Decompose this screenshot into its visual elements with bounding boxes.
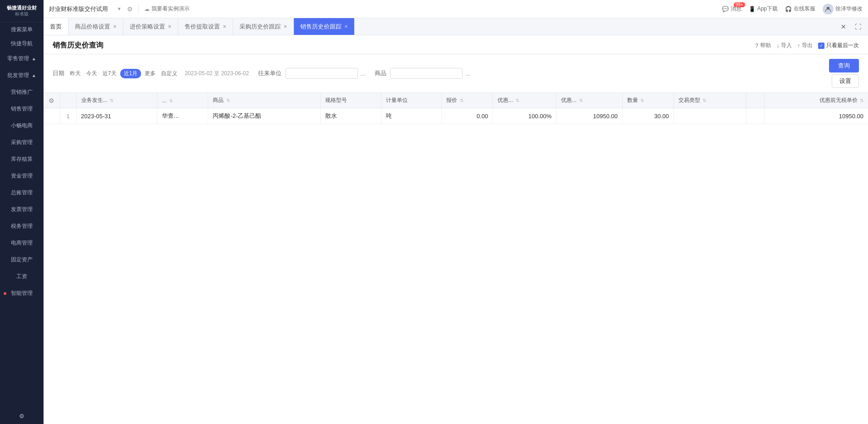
td-more: 华查... bbox=[157, 108, 208, 124]
date-options: 昨天 今天 近7天 近1月 更多 自定义 bbox=[68, 69, 179, 78]
table-row: 1 2023-05-31 华查... 丙烯酸-2-乙基己酯 散水 吨 0.00 … bbox=[44, 108, 868, 124]
topbar-module-name: 好业财标准版交付试用 bbox=[49, 5, 114, 13]
filter-right-actions: 查询 设置 bbox=[829, 59, 859, 88]
th-qty[interactable]: 数量 ⇅ bbox=[623, 93, 674, 108]
help-btn[interactable]: ? 帮助 bbox=[755, 42, 771, 49]
topbar-demo-icon: ☁ bbox=[144, 6, 150, 12]
tab-expand-btn[interactable]: ⛶ bbox=[852, 20, 864, 33]
customer-dots-btn[interactable]: ... bbox=[361, 70, 366, 77]
th-biz-date[interactable]: 业务发生... ⇅ bbox=[76, 93, 157, 108]
filter-product-input-group: ... bbox=[390, 68, 471, 79]
tab-home[interactable]: 首页 bbox=[44, 18, 68, 35]
topbar-service-btn[interactable]: 🎧 在线客服 bbox=[785, 5, 815, 13]
date-opt-custom[interactable]: 自定义 bbox=[159, 69, 179, 78]
data-table: ⚙ 业务发生... ⇅ ... ⇅ 商品 ⇅ bbox=[44, 93, 868, 124]
sidebar-item-arrow: ▲ bbox=[32, 56, 36, 61]
th-biz-date-label: 业务发生... bbox=[81, 97, 107, 103]
topbar-gear-icon[interactable]: ⚙ bbox=[127, 5, 133, 13]
th-num bbox=[60, 93, 76, 108]
sidebar-item-retail[interactable]: 零售管理 ▲ bbox=[0, 50, 44, 67]
th-more-label: ... bbox=[162, 97, 166, 104]
th-discount1[interactable]: 优惠... ⇅ bbox=[493, 93, 556, 108]
th-unit[interactable]: 计量单位 bbox=[381, 93, 442, 108]
th-qty-label: 数量 bbox=[627, 97, 638, 103]
message-badge: 99+ bbox=[734, 2, 745, 7]
sidebar-item-inventory[interactable]: 库存核算 bbox=[0, 151, 44, 168]
sidebar-item-salary[interactable]: 工资 bbox=[0, 268, 44, 285]
filter-date-label: 日期 bbox=[53, 69, 64, 77]
tab-purchase-history[interactable]: 采购历史价跟踪 ✕ bbox=[233, 18, 294, 35]
topbar-app-label: App下载 bbox=[757, 5, 778, 13]
date-opt-last1month[interactable]: 近1月 bbox=[120, 69, 141, 78]
filter-product-input[interactable] bbox=[390, 68, 463, 79]
sidebar-item-finance[interactable]: 资金管理 bbox=[0, 168, 44, 184]
topbar-service-label: 在线客服 bbox=[794, 5, 815, 13]
td-price: 0.00 bbox=[442, 108, 493, 124]
tab-purchase-strategy[interactable]: 进价策略设置 ✕ bbox=[123, 18, 178, 35]
only-last-checkbox[interactable]: ✓ 只看最后一次 bbox=[818, 42, 859, 49]
sidebar-item-wholesale[interactable]: 批发管理 ▲ bbox=[0, 67, 44, 84]
product-dots-btn[interactable]: ... bbox=[465, 70, 471, 77]
topbar-demo-link[interactable]: ☁ 我要看实例演示 bbox=[144, 5, 190, 13]
content-area: 销售历史价查询 ? 帮助 ↓ 导入 ↑ 导出 ✓ 只 bbox=[44, 35, 868, 424]
filter-customer-label: 往来单位 bbox=[258, 69, 282, 77]
tab-sales-history[interactable]: 销售历史价跟踪 ✕ bbox=[294, 18, 355, 35]
settings-button[interactable]: 设置 bbox=[832, 74, 859, 88]
sidebar-item-tax[interactable]: 税务管理 bbox=[0, 218, 44, 235]
topbar-message-btn[interactable]: 💬 消息 99+ bbox=[722, 5, 741, 13]
tab-bar: 首页 商品价格设置 ✕ 进价策略设置 ✕ 售价提取设置 ✕ 采购历史价跟踪 ✕ … bbox=[44, 18, 868, 35]
export-icon: ↑ bbox=[797, 43, 800, 49]
tab-purchase-strategy-label: 进价策略设置 bbox=[130, 23, 165, 31]
sidebar-settings-icon[interactable]: ⚙ bbox=[0, 408, 44, 424]
th-discount2[interactable]: 优惠... ⇅ bbox=[556, 93, 623, 108]
topbar-module-selector[interactable]: 好业财标准版交付试用 ▼ bbox=[49, 5, 122, 13]
sidebar-item-marketing[interactable]: 营销推广 bbox=[0, 84, 44, 101]
sidebar-item-sales[interactable]: 销售管理 bbox=[0, 101, 44, 117]
td-spacer bbox=[746, 108, 765, 124]
td-pretax-price: 10950.00 bbox=[765, 108, 868, 124]
date-opt-yesterday[interactable]: 昨天 bbox=[68, 69, 83, 78]
sidebar-item-invoice[interactable]: 发票管理 bbox=[0, 201, 44, 218]
sidebar-search[interactable]: 搜索菜单 bbox=[0, 22, 44, 37]
sidebar-item-ledger[interactable]: 总账管理 bbox=[0, 184, 44, 201]
tab-close-icon[interactable]: ✕ bbox=[283, 24, 287, 29]
import-btn[interactable]: ↓ 导入 bbox=[776, 42, 792, 49]
topbar-app-btn[interactable]: 📱 App下载 bbox=[749, 5, 778, 13]
sidebar-item-label: 总账管理 bbox=[11, 189, 33, 196]
tab-price-extract-label: 售价提取设置 bbox=[185, 23, 220, 31]
message-icon: 💬 bbox=[722, 6, 729, 12]
th-trans-type[interactable]: 交易类型 ⇅ bbox=[674, 93, 746, 108]
filter-customer-input[interactable] bbox=[285, 68, 358, 79]
tab-price-extract[interactable]: 售价提取设置 ✕ bbox=[178, 18, 233, 35]
sidebar-item-assets[interactable]: 固定资产 bbox=[0, 251, 44, 268]
th-product[interactable]: 商品 ⇅ bbox=[208, 93, 321, 108]
th-pretax-price[interactable]: 优惠前无税单价 ⇅ bbox=[765, 93, 868, 108]
sidebar-item-smart[interactable]: 智能管理 bbox=[0, 285, 44, 302]
tab-close-icon[interactable]: ✕ bbox=[168, 24, 171, 29]
export-btn[interactable]: ↑ 导出 bbox=[797, 42, 813, 49]
sidebar-item-label: 税务管理 bbox=[11, 223, 33, 229]
tab-close-icon[interactable]: ✕ bbox=[223, 24, 226, 29]
tab-product-price[interactable]: 商品价格设置 ✕ bbox=[68, 18, 123, 35]
filter-customer-group: 往来单位 ... bbox=[258, 68, 366, 79]
sidebar-item-purchase[interactable]: 采购管理 bbox=[0, 134, 44, 151]
sidebar-item-label: 电商管理 bbox=[11, 240, 33, 246]
topbar-user-btn[interactable]: 徐泽华修改 bbox=[823, 4, 863, 14]
sort-icon: ⇅ bbox=[110, 98, 113, 103]
query-button[interactable]: 查询 bbox=[829, 59, 859, 72]
sidebar-quick-nav[interactable]: 快捷导航 bbox=[0, 37, 44, 50]
tab-close-icon[interactable]: ✕ bbox=[344, 24, 348, 29]
sidebar-item-ecommerce[interactable]: 电商管理 bbox=[0, 235, 44, 251]
app-download-icon: 📱 bbox=[749, 6, 756, 12]
th-discount1-label: 优惠... bbox=[497, 97, 513, 103]
tab-close-all-btn[interactable]: ✕ bbox=[837, 20, 850, 33]
th-gear[interactable]: ⚙ bbox=[44, 93, 60, 108]
date-opt-more[interactable]: 更多 bbox=[143, 69, 157, 78]
sidebar-item-ecommerce-small[interactable]: 小畅电商 bbox=[0, 117, 44, 134]
date-opt-today[interactable]: 今天 bbox=[84, 69, 99, 78]
th-spec[interactable]: 规格型号 bbox=[321, 93, 381, 108]
th-more[interactable]: ... ⇅ bbox=[157, 93, 208, 108]
date-opt-last7[interactable]: 近7天 bbox=[101, 69, 118, 78]
tab-close-icon[interactable]: ✕ bbox=[113, 24, 117, 29]
th-price[interactable]: 报价 ⇅ bbox=[442, 93, 493, 108]
